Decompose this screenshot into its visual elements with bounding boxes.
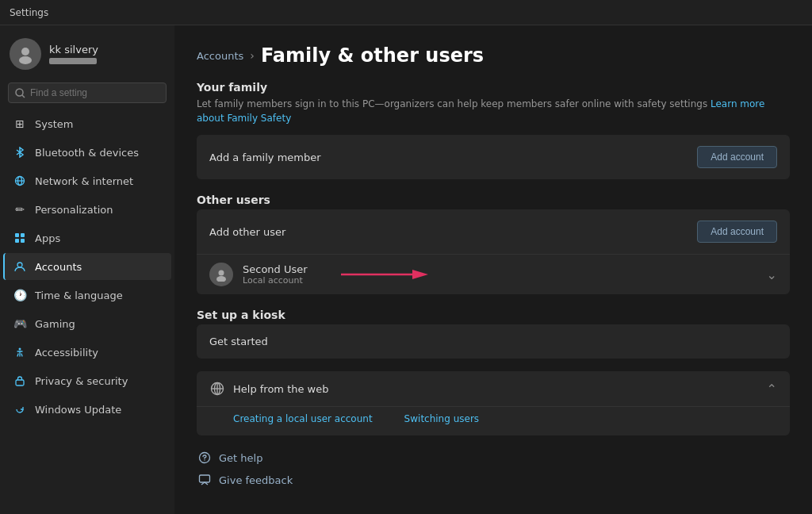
- add-family-row: Add a family member Add account: [197, 135, 790, 179]
- second-user-avatar: [209, 263, 233, 286]
- breadcrumb-separator: ›: [250, 49, 255, 62]
- kiosk-get-started-label: Get started: [209, 336, 268, 347]
- svg-point-12: [19, 348, 21, 351]
- sidebar-item-system[interactable]: ⊞ System: [3, 110, 171, 137]
- second-user-details: Second User Local account: [243, 263, 308, 286]
- svg-rect-13: [16, 380, 24, 386]
- red-arrow-annotation: [341, 267, 420, 282]
- kiosk-card[interactable]: Get started: [197, 324, 790, 359]
- give-feedback-icon: [197, 472, 213, 488]
- svg-point-2: [16, 89, 23, 96]
- svg-point-23: [204, 459, 205, 460]
- add-other-account-button[interactable]: Add account: [697, 221, 777, 243]
- other-users-card: Add other user Add account Second User L…: [197, 209, 790, 294]
- give-feedback-action[interactable]: Give feedback: [197, 472, 790, 488]
- svg-marker-17: [412, 270, 428, 279]
- get-help-action[interactable]: Get help: [197, 450, 790, 466]
- help-card: Help from the web ⌃ Creating a local use…: [197, 371, 790, 435]
- help-link-local-account[interactable]: Creating a local user account: [233, 413, 373, 424]
- sidebar-item-label-accessibility: Accessibility: [35, 347, 98, 359]
- sidebar-item-privacy[interactable]: Privacy & security: [3, 367, 171, 394]
- help-link-switching-users[interactable]: Switching users: [404, 413, 479, 424]
- main-content: Accounts › Family & other users Your fam…: [174, 25, 812, 514]
- bottom-actions: Get help Give feedback: [197, 450, 790, 488]
- add-other-user-row: Add other user Add account: [197, 209, 790, 254]
- search-icon: [15, 88, 25, 98]
- svg-rect-10: [21, 239, 25, 243]
- sidebar-item-label-accounts: Accounts: [35, 261, 82, 273]
- sidebar-item-accessibility[interactable]: Accessibility: [3, 339, 171, 366]
- sidebar-item-label-personalization: Personalization: [35, 204, 113, 216]
- add-family-label: Add a family member: [209, 152, 321, 163]
- get-help-icon: [197, 450, 213, 466]
- svg-point-15: [216, 276, 226, 282]
- help-title: Help from the web: [233, 383, 329, 395]
- help-chevron-icon: ⌃: [767, 382, 777, 397]
- sidebar-item-label-privacy: Privacy & security: [35, 375, 128, 387]
- personalization-icon: ✏️: [13, 202, 27, 217]
- sidebar-item-accounts[interactable]: Accounts: [3, 253, 171, 280]
- page-title: Family & other users: [261, 44, 484, 67]
- other-users-section: Other users Add other user Add account S…: [197, 194, 790, 294]
- accessibility-icon: [13, 345, 27, 359]
- globe-icon: [209, 381, 225, 397]
- svg-rect-9: [15, 239, 19, 243]
- second-user-expand-icon[interactable]: ⌄: [767, 267, 777, 282]
- help-links-row: Creating a local user account Switching …: [197, 406, 790, 435]
- add-family-account-button[interactable]: Add account: [697, 146, 777, 168]
- search-box[interactable]: [8, 82, 167, 103]
- sidebar-item-personalization[interactable]: ✏️ Personalization: [3, 196, 171, 223]
- add-other-user-label: Add other user: [209, 226, 285, 238]
- user-name: kk silvery: [49, 44, 98, 56]
- second-user-type: Local account: [243, 275, 308, 286]
- apps-icon: [13, 231, 27, 245]
- your-family-section: Your family Let family members sign in t…: [197, 81, 790, 179]
- svg-point-14: [219, 270, 224, 276]
- your-family-description: Let family members sign in to this PC—or…: [197, 97, 790, 125]
- help-card-header[interactable]: Help from the web ⌃: [197, 371, 790, 406]
- sidebar-item-label-network: Network & internet: [35, 175, 133, 187]
- user-bar-decoration: [49, 58, 97, 64]
- system-icon: ⊞: [13, 117, 27, 131]
- sidebar-item-label-system: System: [35, 118, 73, 130]
- add-family-card: Add a family member Add account: [197, 135, 790, 179]
- privacy-icon: [13, 374, 27, 388]
- sidebar-item-network[interactable]: Network & internet: [3, 167, 171, 194]
- breadcrumb-parent[interactable]: Accounts: [197, 50, 243, 62]
- bluetooth-icon: [13, 145, 27, 159]
- app-body: kk silvery ⊞ System Bluetooth & devices: [0, 25, 812, 514]
- titlebar: Settings: [0, 0, 812, 25]
- sidebar-item-update[interactable]: Windows Update: [3, 396, 171, 423]
- user-info: kk silvery: [49, 44, 98, 64]
- svg-rect-7: [15, 233, 19, 237]
- titlebar-title: Settings: [10, 7, 48, 18]
- help-card-left: Help from the web: [209, 381, 329, 397]
- other-users-title: Other users: [197, 194, 790, 206]
- kiosk-section: Set up a kiosk Get started: [197, 309, 790, 359]
- sidebar-item-label-time: Time & language: [35, 290, 123, 301]
- update-icon: [13, 402, 27, 416]
- sidebar-item-time[interactable]: 🕐 Time & language: [3, 282, 171, 309]
- search-input[interactable]: [30, 87, 159, 98]
- get-help-label: Get help: [219, 452, 262, 464]
- svg-rect-8: [21, 233, 25, 237]
- svg-point-0: [21, 48, 29, 56]
- second-user-row[interactable]: Second User Local account ⌄: [197, 254, 790, 294]
- sidebar-item-bluetooth[interactable]: Bluetooth & devices: [3, 139, 171, 166]
- svg-line-3: [22, 95, 25, 98]
- sidebar-item-apps[interactable]: Apps: [3, 224, 171, 251]
- avatar: [10, 38, 41, 70]
- sidebar: kk silvery ⊞ System Bluetooth & devices: [0, 25, 174, 514]
- user-profile[interactable]: kk silvery: [0, 25, 174, 79]
- second-user-info: Second User Local account: [209, 263, 420, 286]
- svg-point-1: [19, 56, 32, 64]
- sidebar-item-label-apps: Apps: [35, 232, 60, 244]
- accounts-icon: [13, 259, 27, 274]
- svg-point-11: [17, 263, 22, 267]
- second-user-name: Second User: [243, 263, 308, 275]
- gaming-icon: 🎮: [13, 316, 27, 331]
- network-icon: [13, 174, 27, 188]
- sidebar-item-gaming[interactable]: 🎮 Gaming: [3, 310, 171, 337]
- give-feedback-label: Give feedback: [219, 474, 293, 486]
- breadcrumb: Accounts › Family & other users: [197, 44, 790, 67]
